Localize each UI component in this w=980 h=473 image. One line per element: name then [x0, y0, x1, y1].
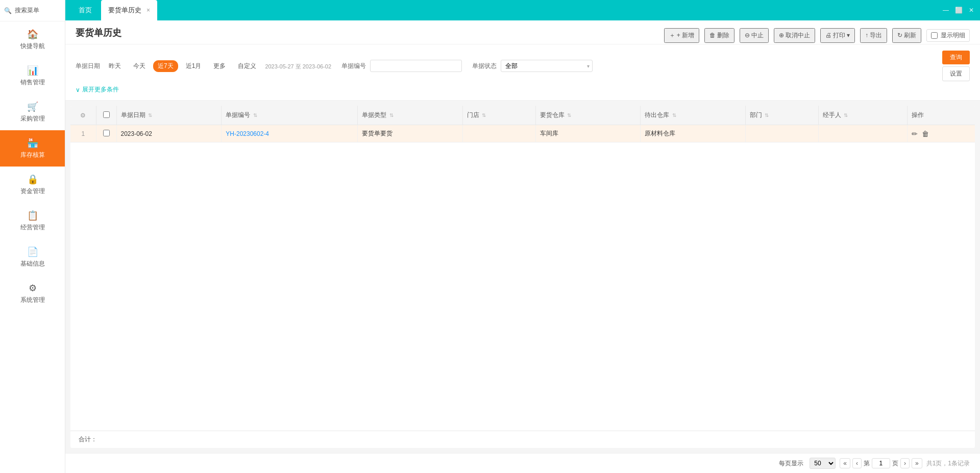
row-doc-no-link[interactable]: YH-20230602-4 — [226, 130, 269, 137]
date-range-display: 2023-05-27 至 2023-06-02 — [265, 63, 331, 70]
date-btn-today[interactable]: 今天 — [129, 60, 150, 72]
row-num: 1 — [70, 125, 96, 143]
date-btn-last1month[interactable]: 近1月 — [181, 60, 206, 72]
tab-requisition-history-label: 要货单历史 — [108, 6, 141, 15]
basic-icon: 📄 — [27, 246, 38, 257]
settings-button[interactable]: 设置 — [942, 66, 970, 81]
page-input[interactable] — [872, 458, 890, 468]
export-label: 导出 — [870, 31, 882, 40]
content: 要货单历史 ＋ + 新增 🗑 删除 ⊖ 中止 ⊕ 取消中止 — [65, 20, 980, 473]
col-header-action: 操作 — [907, 106, 975, 125]
cancel-stop-button[interactable]: ⊕ 取消中止 — [774, 28, 815, 43]
col-dept-sort-icon[interactable]: ⇅ — [765, 112, 769, 118]
system-icon: ⚙ — [29, 282, 37, 294]
col-handler-sort-icon[interactable]: ⇅ — [844, 112, 848, 118]
page-last-button[interactable]: » — [912, 458, 922, 468]
operations-icon: 📋 — [27, 210, 38, 221]
date-btn-custom[interactable]: 自定义 — [233, 60, 261, 72]
delete-icon: 🗑 — [709, 32, 716, 39]
col-date-label: 单据日期 — [121, 111, 145, 119]
row-delete-icon[interactable]: 🗑 — [922, 130, 929, 138]
sidebar-item-sales[interactable]: 📊 销售管理 — [0, 58, 65, 94]
col-req-warehouse-sort-icon[interactable]: ⇅ — [567, 112, 571, 118]
doc-number-label: 单据编号 — [341, 62, 366, 70]
window-maximize-icon[interactable]: ⬜ — [955, 7, 963, 14]
search-icon: 🔍 — [4, 7, 12, 14]
row-req-warehouse: 车间库 — [535, 125, 641, 143]
col-header-req-warehouse: 要货仓库 ⇅ — [535, 106, 641, 125]
sidebar-item-system[interactable]: ⚙ 系统管理 — [0, 275, 65, 312]
window-close-icon[interactable]: ✕ — [969, 7, 974, 14]
date-filter: 单据日期 昨天 今天 近7天 近1月 更多 自定义 2023-05-27 至 2… — [76, 60, 331, 72]
col-store-sort-icon[interactable]: ⇅ — [482, 112, 486, 118]
page-info: 共1页，1条记录 — [926, 459, 970, 468]
new-button[interactable]: ＋ + 新增 — [664, 28, 699, 43]
sidebar-item-purchase[interactable]: 🛒 采购管理 — [0, 94, 65, 130]
col-header-settings: ⚙ — [70, 106, 96, 125]
query-button[interactable]: 查询 — [942, 51, 970, 64]
print-arrow-icon: ▾ — [847, 32, 850, 39]
col-header-checkbox — [96, 106, 116, 125]
doc-status-select[interactable]: 全部 待审核 已审核 已中止 — [501, 60, 593, 72]
delete-button[interactable]: 🗑 删除 — [704, 28, 734, 43]
display-detail-button[interactable]: 显示明细 — [926, 29, 970, 42]
row-checkbox[interactable] — [103, 130, 110, 136]
export-button[interactable]: ↑ 导出 — [860, 28, 887, 43]
date-btn-last7days[interactable]: 近7天 — [153, 60, 178, 72]
filter-row: 单据日期 昨天 今天 近7天 近1月 更多 自定义 2023-05-27 至 2… — [76, 51, 970, 81]
new-label: + 新增 — [677, 31, 694, 40]
page-prev-button[interactable]: ‹ — [852, 458, 862, 468]
col-req-warehouse-label: 要货仓库 — [540, 111, 565, 119]
print-button[interactable]: 🖨 打印 ▾ — [820, 28, 855, 43]
col-header-doc-type: 单据类型 ⇅ — [358, 106, 463, 125]
doc-number-input[interactable] — [370, 60, 462, 72]
row-action-cell: ✏ 🗑 — [907, 125, 975, 143]
tab-home[interactable]: 首页 — [71, 0, 99, 20]
sidebar-item-inventory[interactable]: 🏪 库存核算 — [0, 130, 65, 167]
row-pending-warehouse: 原材料仓库 — [641, 125, 746, 143]
display-detail-checkbox[interactable] — [931, 32, 938, 39]
col-doctype-sort-icon[interactable]: ⇅ — [389, 112, 394, 118]
table-body: 1 2023-06-02 YH-20230602-4 要货单要货 车间库 原材料… — [70, 125, 975, 143]
page-size-select[interactable]: 50 20 100 — [810, 458, 836, 469]
stop-button[interactable]: ⊖ 中止 — [740, 28, 769, 43]
cancel-stop-icon: ⊕ — [779, 32, 784, 39]
sales-icon: 📊 — [27, 65, 38, 76]
window-minimize-icon[interactable]: — — [943, 7, 949, 14]
page-jump-label: 第 — [864, 459, 870, 468]
footer-total-label: 合计： — [79, 435, 119, 444]
toolbar: ＋ + 新增 🗑 删除 ⊖ 中止 ⊕ 取消中止 🖨 打印 — [664, 28, 970, 43]
tab-requisition-history[interactable]: 要货单历史 × — [101, 0, 157, 20]
date-btn-yesterday[interactable]: 昨天 — [104, 60, 126, 72]
col-pending-warehouse-sort-icon[interactable]: ⇅ — [672, 112, 676, 118]
tab-close-icon[interactable]: × — [146, 7, 150, 14]
inventory-icon: 🏪 — [27, 137, 38, 149]
sidebar-item-quick-nav[interactable]: 🏠 快捷导航 — [0, 21, 65, 58]
sidebar-item-finance[interactable]: 🔒 资金管理 — [0, 167, 65, 203]
table-row[interactable]: 1 2023-06-02 YH-20230602-4 要货单要货 车间库 原材料… — [70, 125, 975, 143]
page-jump-suffix: 页 — [892, 459, 898, 468]
table-settings-icon[interactable]: ⚙ — [80, 112, 86, 119]
date-btn-more[interactable]: 更多 — [209, 60, 230, 72]
expand-filter[interactable]: ∨ 展开更多条件 — [76, 85, 970, 94]
sidebar-item-operations[interactable]: 📋 经营管理 — [0, 203, 65, 239]
col-header-department: 部门 ⇅ — [746, 106, 819, 125]
sidebar-item-basic[interactable]: 📄 基础信息 — [0, 239, 65, 275]
row-store — [463, 125, 536, 143]
col-header-date: 单据日期 ⇅ — [116, 106, 222, 125]
page-title: 要货单历史 — [76, 27, 121, 44]
col-docno-sort-icon[interactable]: ⇅ — [253, 112, 257, 118]
select-all-checkbox[interactable] — [103, 111, 110, 118]
row-doc-type: 要货单要货 — [358, 125, 463, 143]
sidebar-item-label: 采购管理 — [20, 114, 45, 123]
filter-area: 单据日期 昨天 今天 近7天 近1月 更多 自定义 2023-05-27 至 2… — [65, 44, 980, 101]
row-edit-icon[interactable]: ✏ — [912, 130, 918, 138]
page-next-button[interactable]: › — [900, 458, 910, 468]
print-label: 打印 — [833, 31, 845, 40]
sidebar-search[interactable]: 🔍 搜索菜单 — [0, 0, 65, 21]
col-date-sort-icon[interactable]: ⇅ — [148, 112, 152, 118]
refresh-button[interactable]: ↻ 刷新 — [892, 28, 921, 43]
new-icon: ＋ — [669, 31, 675, 40]
page-first-button[interactable]: « — [840, 458, 850, 468]
row-doc-no: YH-20230602-4 — [222, 125, 358, 143]
